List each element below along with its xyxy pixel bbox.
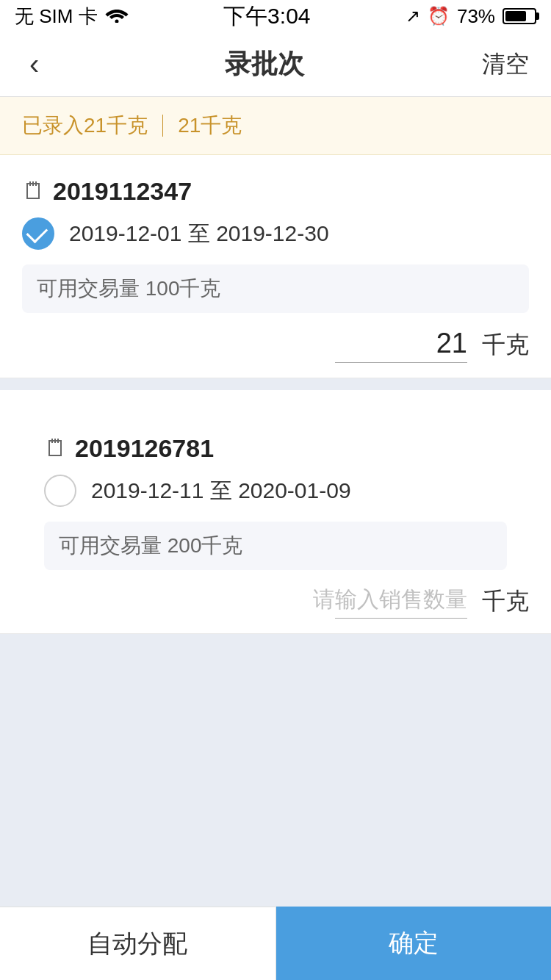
auto-distribute-button[interactable]: 自动分配 xyxy=(0,907,276,980)
battery-percent: 73% xyxy=(457,5,495,28)
clear-button[interactable]: 清空 xyxy=(482,48,529,81)
batch2-date: 2019-12-11 至 2020-01-09 xyxy=(91,476,351,506)
batch2-avail-box: 可用交易量 200千克 xyxy=(44,522,507,570)
batch2-underline xyxy=(335,618,467,619)
batch2-input-placeholder: 请输入销售数量 xyxy=(313,585,467,615)
batch2-input-unit: 千克 xyxy=(482,586,529,618)
info-divider xyxy=(162,115,163,137)
wifi-icon xyxy=(105,5,129,28)
batch2-id: 2019126781 xyxy=(75,434,214,463)
batch2-radio[interactable] xyxy=(44,475,76,507)
batch2-header: 🗒 2019126781 xyxy=(44,434,507,463)
batch1-id: 2019112347 xyxy=(53,177,192,206)
status-left: 无 SIM 卡 xyxy=(15,4,129,29)
batch1-underline xyxy=(335,362,467,363)
batch1-avail-text: 可用交易量 100千克 xyxy=(37,277,221,300)
location-icon: ↗ xyxy=(406,6,420,26)
batch2-avail-text: 可用交易量 200千克 xyxy=(59,534,243,557)
status-bar: 无 SIM 卡 下午3:04 ↗ ⏰ 73% xyxy=(0,0,551,32)
nav-bar: ‹ 录批次 清空 xyxy=(0,32,551,97)
batch2-input-wrapper[interactable]: 请输入销售数量 xyxy=(313,585,467,619)
info-banner: 已录入21千克 21千克 xyxy=(0,97,551,155)
batch1-icon: 🗒 xyxy=(22,178,46,205)
recorded-amount: 21千克 xyxy=(178,112,242,140)
time-display: 下午3:04 xyxy=(223,1,310,32)
batch2-icon: 🗒 xyxy=(44,435,68,462)
batch1-radio[interactable] xyxy=(22,217,54,250)
batch1-amount-value: 21 xyxy=(436,328,467,359)
back-button[interactable]: ‹ xyxy=(22,40,46,88)
batch-card-1: 🗒 2019112347 2019-12-01 至 2019-12-30 可用交… xyxy=(0,155,551,313)
batch1-amount-unit: 千克 xyxy=(482,329,529,361)
recorded-label: 已录入21千克 xyxy=(22,112,148,140)
batch-card-2: 🗒 2019126781 2019-12-11 至 2020-01-09 可用交… xyxy=(0,390,551,570)
confirm-button[interactable]: 确定 xyxy=(276,907,552,980)
bottom-bar: 自动分配 确定 xyxy=(0,907,551,980)
batch1-input-wrapper[interactable]: 21 xyxy=(335,328,467,363)
carrier-text: 无 SIM 卡 xyxy=(15,4,98,29)
batch1-date: 2019-12-01 至 2019-12-30 xyxy=(69,219,329,249)
batch2-input-row[interactable]: 请输入销售数量 千克 xyxy=(0,570,551,634)
batch2-date-row[interactable]: 2019-12-11 至 2020-01-09 xyxy=(44,475,507,507)
status-right: ↗ ⏰ 73% xyxy=(406,5,536,28)
batch1-header: 🗒 2019112347 xyxy=(22,177,529,206)
batch1-avail-box: 可用交易量 100千克 xyxy=(22,264,529,313)
alarm-icon: ⏰ xyxy=(428,6,450,26)
batch1-amount-row[interactable]: 21 千克 xyxy=(0,313,551,378)
svg-point-0 xyxy=(115,19,118,23)
battery-icon xyxy=(503,8,536,24)
page-title: 录批次 xyxy=(225,46,304,82)
batch1-date-row[interactable]: 2019-12-01 至 2019-12-30 xyxy=(22,217,529,250)
section-divider xyxy=(0,378,551,390)
